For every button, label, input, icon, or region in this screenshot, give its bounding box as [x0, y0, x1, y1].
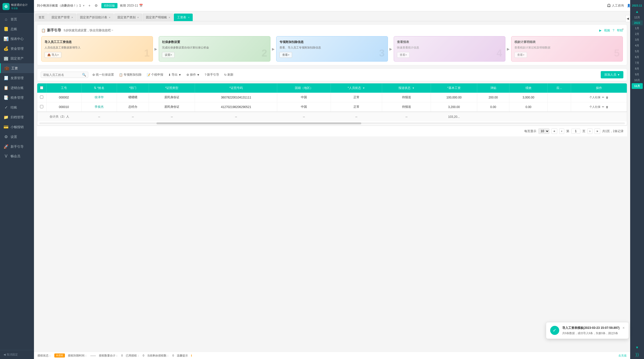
- delete-icon[interactable]: 🗑: [606, 106, 609, 109]
- topbar-account[interactable]: 刘小艳演示账套（勿删勿动！）1 ▼: [37, 4, 85, 8]
- step-4-view-button[interactable]: 查看>: [397, 52, 410, 58]
- tabs-bar: 首页 固定资产管理 × 固定资产折旧统计表 × 固定资产类别 × 固定资产明细账…: [34, 11, 644, 21]
- tab-label: 固定资产折旧统计表: [80, 15, 107, 20]
- checkbox-all[interactable]: [40, 86, 43, 89]
- export-button[interactable]: ⬇ 导出 ▼: [167, 72, 183, 78]
- close-icon[interactable]: ×: [169, 16, 170, 19]
- per-page-select[interactable]: 10 20 50: [538, 128, 549, 134]
- sidebar-item-archive[interactable]: 📁 归档管理: [0, 112, 34, 122]
- row-checkbox[interactable]: [37, 93, 46, 102]
- select-all-checkbox[interactable]: [37, 83, 46, 93]
- month-1[interactable]: 1月: [632, 25, 643, 31]
- sidebar-item-settings[interactable]: ⚙ 设置: [0, 132, 34, 142]
- scroll-up-button[interactable]: ▲: [634, 9, 640, 15]
- report-status-cell: 待报送: [382, 102, 431, 112]
- tax-report-button[interactable]: 📝 个税申报: [145, 72, 165, 78]
- sidebar-item-payroll[interactable]: 💼 工资: [0, 63, 34, 73]
- close-icon[interactable]: ×: [188, 16, 189, 19]
- sidebar-item-fixed-assets[interactable]: 🏢 固定资产: [0, 54, 34, 63]
- step-title: 导入员工工工资信息: [45, 40, 150, 44]
- month-3[interactable]: 3月: [632, 37, 643, 43]
- month-4[interactable]: 4月: [632, 43, 643, 48]
- social-insurance-button[interactable]: ⚙ 统一社保设置: [91, 72, 115, 78]
- tab-fixed-assets[interactable]: 固定资产管理 ×: [48, 14, 76, 21]
- month-9[interactable]: 9月: [632, 72, 643, 77]
- month-10[interactable]: 10月: [632, 77, 643, 83]
- sidebar-item-settle[interactable]: ✓ 结账: [0, 102, 34, 112]
- switch-old-version-button[interactable]: 切到旧版: [101, 3, 117, 8]
- add-account-button[interactable]: +: [88, 3, 92, 9]
- th-name[interactable]: ⇅ *姓名: [82, 83, 117, 93]
- emp-name-cell[interactable]: 李俊杰: [82, 102, 117, 112]
- emp-name-cell[interactable]: 徐泽华: [82, 93, 117, 102]
- guide-close-button[interactable]: ×: [622, 27, 624, 31]
- month-8[interactable]: 8月: [632, 66, 643, 72]
- personal-social-insurance-link[interactable]: 个人社保: [589, 105, 600, 109]
- delete-icon[interactable]: 🗑: [606, 96, 609, 99]
- tab-payroll[interactable]: 工资表 ×: [174, 14, 193, 21]
- tab-home[interactable]: 首页: [35, 14, 48, 21]
- sidebar-footer[interactable]: ◀ 取消固定: [0, 350, 34, 359]
- support-button[interactable]: 🎧 人工咨询: [607, 4, 624, 8]
- deduction-button[interactable]: 📋 专项附加扣除: [117, 72, 143, 78]
- month-5[interactable]: 5月: [632, 48, 643, 54]
- sidebar-item-tax[interactable]: 📑 税务管理: [0, 93, 34, 102]
- edit-icon[interactable]: ✏: [602, 96, 604, 99]
- sidebar-item-member[interactable]: V 畅会员: [0, 151, 34, 161]
- th-report-status[interactable]: 报送状态 ▼: [382, 83, 431, 93]
- toast-close-button[interactable]: ×: [623, 326, 625, 330]
- last-page-button[interactable]: »: [594, 128, 600, 134]
- new-guide-button[interactable]: ? 新手引导: [203, 72, 221, 78]
- sidebar-item-sales[interactable]: 📋 进销台账: [0, 83, 34, 93]
- edit-icon[interactable]: ✏: [602, 105, 604, 109]
- row-checkbox[interactable]: [37, 102, 46, 112]
- th-status[interactable]: *人员状态 ▼: [331, 83, 382, 93]
- month-12[interactable]: 12月: [632, 15, 643, 20]
- step-3-view-button[interactable]: 查看>: [279, 52, 292, 58]
- first-page-button[interactable]: «: [551, 128, 557, 134]
- step-1-import-button[interactable]: 📥 导入>: [45, 52, 61, 58]
- search-input[interactable]: [43, 73, 81, 77]
- sidebar-item-guide[interactable]: 🚀 新手引导: [0, 142, 34, 151]
- year-2023[interactable]: 2023: [632, 20, 643, 25]
- personal-social-insurance-link[interactable]: 个人社保: [589, 95, 600, 99]
- tab-depreciation[interactable]: 固定资产折旧统计表 ×: [77, 14, 114, 21]
- panel-collapse-button[interactable]: ◀: [625, 15, 630, 22]
- operate-button[interactable]: ⚙ 操作 ▼: [185, 72, 201, 78]
- expand-icon[interactable]: ⟩⟩: [634, 350, 640, 359]
- sidebar-item-label: 资金管理: [11, 46, 24, 51]
- month-2[interactable]: 2月: [632, 31, 643, 37]
- page-input[interactable]: [571, 129, 580, 134]
- step-2-settings-button[interactable]: 设置>: [162, 52, 175, 58]
- close-icon[interactable]: ×: [71, 16, 73, 19]
- tab-asset-category[interactable]: 固定资产类别 ×: [114, 14, 142, 21]
- sidebar-item-funds[interactable]: 💰 资金管理: [0, 44, 34, 54]
- step-5-view-button[interactable]: 查看>: [514, 52, 527, 58]
- refresh-button[interactable]: ↻ 刷新: [223, 72, 235, 78]
- sidebar-item-expense[interactable]: 💳 小畅报销: [0, 122, 34, 132]
- sidebar-item-reports[interactable]: 📊 报表中心: [0, 34, 34, 44]
- month-11-active[interactable]: 11月: [632, 83, 643, 89]
- prev-page-button[interactable]: ‹: [559, 128, 564, 134]
- video-label[interactable]: 视频: [604, 28, 610, 33]
- step-title: 专项附加扣除信息: [279, 40, 385, 44]
- search-icon[interactable]: 🔍: [82, 73, 86, 77]
- horizontal-scrollbar[interactable]: [39, 122, 625, 124]
- ledger-icon: 📒: [4, 27, 9, 31]
- sidebar-item-invoices[interactable]: 🧾 发票管理: [0, 73, 34, 83]
- th-actions: 操作: [571, 83, 627, 93]
- scroll-down-button[interactable]: ▼: [634, 344, 640, 350]
- month-6[interactable]: 6月: [632, 54, 643, 60]
- close-icon[interactable]: ×: [137, 16, 139, 19]
- payroll-icon: 💼: [4, 66, 9, 71]
- tab-asset-detail[interactable]: 固定资产明细账 ×: [143, 14, 174, 21]
- sidebar-item-ledger[interactable]: 📒 总账: [0, 24, 34, 34]
- app-sub: 专业版: [11, 7, 28, 10]
- month-7[interactable]: 7月: [632, 60, 643, 66]
- calendar-icon[interactable]: 📅: [139, 4, 143, 7]
- settings-button[interactable]: ⚙: [94, 3, 99, 9]
- add-employee-button[interactable]: 添加人员 ▼: [601, 71, 623, 78]
- next-page-button[interactable]: ›: [587, 128, 592, 134]
- sidebar-item-home[interactable]: ⌂ 首页: [0, 15, 34, 24]
- close-icon[interactable]: ×: [109, 16, 110, 19]
